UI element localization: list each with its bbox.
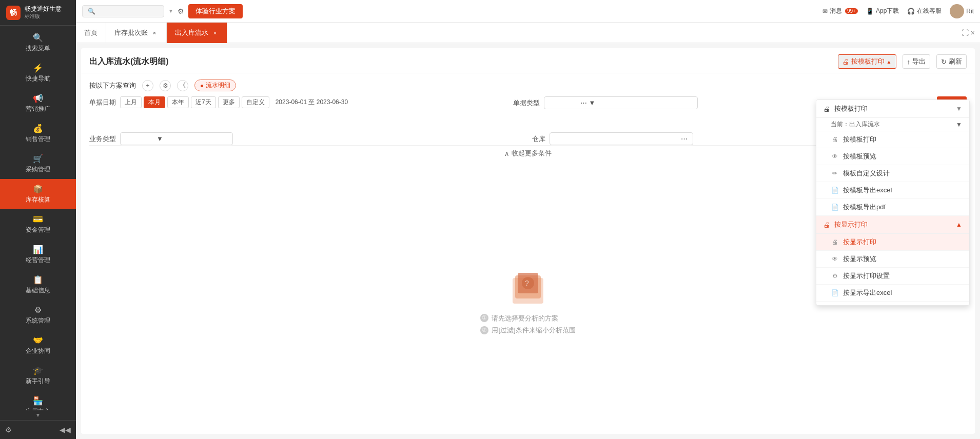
- dropdown-display-pdf-item[interactable]: 📄 按显示导出pdf: [816, 302, 969, 305]
- settings-footer-btn[interactable]: ⚙: [5, 426, 12, 434]
- dropdown-template-excel-item[interactable]: 📄 按模板导出excel: [816, 182, 969, 199]
- refresh-btn[interactable]: ↻ 刷新: [936, 54, 967, 69]
- basic-icon: 📋: [33, 275, 43, 285]
- topbar: 🔍 ▼ ⚙ 体验行业方案 ✉ 消息 99+ 📱 App下载 🎧 在线客服 Rit: [76, 0, 980, 23]
- app-name: 畅捷通好生意: [25, 5, 62, 13]
- sidebar-item-marketing[interactable]: 📢 营销推广: [0, 88, 76, 118]
- display-settings-label: 按显示打印设置: [843, 271, 890, 281]
- template-excel-label: 按模板导出excel: [843, 186, 892, 195]
- filter-collapse-btn[interactable]: 《: [177, 80, 188, 91]
- marketing-icon: 📢: [33, 93, 43, 103]
- dropdown-display-print-item[interactable]: 🖨 按显示打印: [816, 234, 969, 251]
- dropdown-template-pdf-item[interactable]: 📄 按模板导出pdf: [816, 199, 969, 216]
- excel-sub-icon: 📄: [831, 187, 839, 194]
- sidebar-item-guide[interactable]: 🎓 新手引导: [0, 361, 76, 391]
- empty-tip-row-2: ② 用[过滤]条件来缩小分析范围: [480, 324, 575, 336]
- topbar-gear-icon[interactable]: ⚙: [178, 7, 184, 15]
- warehouse-more-icon: ⋯: [681, 135, 688, 143]
- app-download-action[interactable]: 📱 App下载: [866, 7, 899, 15]
- sidebar-item-label: 新手引导: [26, 377, 50, 386]
- display-printer-icon: 🖨: [824, 221, 830, 229]
- online-service-action[interactable]: 🎧 在线客服: [907, 7, 942, 15]
- industry-btn[interactable]: 体验行业方案: [188, 4, 243, 18]
- tab-flow[interactable]: 出入库流水 ×: [167, 23, 227, 43]
- current-label: 当前：出入库流水: [831, 120, 880, 129]
- dropdown-template-print-header[interactable]: 🖨 按模板打印 ▼: [816, 100, 969, 118]
- date-this-month-btn[interactable]: 本月: [144, 96, 165, 108]
- sidebar-item-inventory[interactable]: 📦 库存核算: [0, 179, 76, 209]
- sidebar-item-apps[interactable]: 🏪 应用中心: [0, 391, 76, 410]
- sidebar-item-purchase[interactable]: 🛒 采购管理: [0, 149, 76, 179]
- sidebar-item-search[interactable]: 🔍 搜索菜单: [0, 28, 76, 58]
- sidebar-item-basic[interactable]: 📋 基础信息: [0, 270, 76, 300]
- tab-batch-close-icon[interactable]: ×: [151, 29, 158, 36]
- purchase-icon: 🛒: [33, 154, 43, 164]
- dropdown-display-excel-item[interactable]: 📄 按显示导出excel: [816, 285, 969, 302]
- sidebar-item-partner[interactable]: 🤝 企业协同: [0, 330, 76, 361]
- guide-icon: 🎓: [33, 366, 43, 375]
- user-avatar-action[interactable]: Rit: [950, 4, 974, 18]
- display-print-sub-label: 按显示打印: [843, 237, 876, 247]
- dropdown-template-preview-item[interactable]: 👁 按模板预览: [816, 148, 969, 165]
- sidebar-item-label: 采购管理: [26, 165, 50, 174]
- sidebar-item-quick-nav[interactable]: ⚡ 快捷导航: [0, 58, 76, 88]
- date-last-month-btn[interactable]: 上月: [120, 96, 142, 108]
- export-icon: ↑: [907, 58, 911, 66]
- chevron-up-icon: ∧: [504, 150, 509, 157]
- online-service-label: 在线客服: [917, 7, 942, 15]
- filter-tag-label: 流水明细: [206, 81, 230, 90]
- sidebar-item-label: 经营管理: [26, 256, 50, 265]
- page-header: 出入库流水(流水明细) 🖨 按模板打印 ▲ ↑ 导出 ↻ 刷新: [81, 48, 975, 73]
- message-action[interactable]: ✉ 消息 99+: [822, 7, 858, 15]
- filter-config-btn[interactable]: ⚙: [160, 80, 171, 91]
- empty-tip-row-1: ① 请先选择要分析的方案: [480, 312, 575, 324]
- dropdown-template-design-item[interactable]: ✏ 模板自定义设计: [816, 165, 969, 182]
- date-this-year-btn[interactable]: 本年: [167, 96, 189, 108]
- sidebar: 畅 畅捷通好生意 标准版 🔍 搜索菜单 ⚡ 快捷导航 📢 营销推广 💰 销售管理…: [0, 0, 76, 439]
- date-custom-btn[interactable]: 自定义: [242, 96, 269, 108]
- sidebar-scroll-down[interactable]: ▼: [0, 410, 76, 420]
- message-label: 消息: [830, 7, 842, 15]
- print-sub-icon: 🖨: [831, 136, 839, 143]
- biztype-filter-group: 业务类型 ▼: [89, 132, 524, 145]
- tab-flow-close-icon[interactable]: ×: [211, 29, 219, 36]
- sidebar-item-system[interactable]: ⚙ 系统管理: [0, 300, 76, 330]
- dropdown-display-settings-item[interactable]: ⚙ 按显示打印设置: [816, 268, 969, 285]
- dropdown-display-print-header[interactable]: 🖨 按显示打印 ▲: [816, 216, 969, 234]
- sidebar-item-label: 库存核算: [26, 195, 50, 204]
- export-btn[interactable]: ↑ 导出: [903, 54, 931, 69]
- filter-add-btn[interactable]: +: [142, 80, 153, 91]
- date-7days-btn[interactable]: 近7天: [191, 96, 216, 108]
- display-print-sub-icon: 🖨: [831, 238, 839, 246]
- preview-sub-icon: 👁: [831, 153, 839, 160]
- operations-icon: 📊: [33, 245, 43, 254]
- tab-close-all-icon[interactable]: ×: [971, 29, 975, 37]
- dropdown-template-print-item[interactable]: 🖨 按模板打印: [816, 131, 969, 148]
- tab-home[interactable]: 首页: [76, 23, 106, 43]
- main-area: 🔍 ▼ ⚙ 体验行业方案 ✉ 消息 99+ 📱 App下载 🎧 在线客服 Rit: [76, 0, 980, 439]
- display-excel-sub-icon: 📄: [831, 289, 839, 296]
- design-sub-icon: ✏: [831, 170, 839, 177]
- biztype-select[interactable]: ▼: [120, 132, 233, 145]
- search-input[interactable]: 🔍: [82, 5, 164, 17]
- dropdown-display-preview-item[interactable]: 👁 按显示预览: [816, 251, 969, 268]
- filter-tag[interactable]: ● 流水明细: [194, 79, 236, 91]
- message-icon: ✉: [822, 8, 828, 15]
- tab-batch[interactable]: 库存批次账 ×: [106, 23, 167, 43]
- sidebar-item-finance[interactable]: 💳 资金管理: [0, 209, 76, 240]
- template-preview-label: 按模板预览: [843, 152, 876, 161]
- sidebar-item-label: 销售管理: [26, 135, 50, 144]
- print-template-btn[interactable]: 🖨 按模板打印 ▲: [838, 54, 896, 69]
- sidebar-item-sales[interactable]: 💰 销售管理: [0, 118, 76, 149]
- empty-illustration: ?: [507, 265, 548, 306]
- warehouse-select[interactable]: ⋯: [550, 132, 693, 145]
- sidebar-footer: ⚙ ◀◀: [0, 420, 76, 439]
- tab-maximize-icon[interactable]: ⛶: [962, 29, 969, 37]
- date-more-btn[interactable]: 更多: [218, 96, 240, 108]
- page-content: 出入库流水(流水明细) 🖨 按模板打印 ▲ ↑ 导出 ↻ 刷新: [76, 43, 980, 439]
- search-icon: 🔍: [33, 33, 43, 43]
- sidebar-item-operations[interactable]: 📊 经营管理: [0, 240, 76, 270]
- user-name: Rit: [966, 8, 974, 15]
- doctype-select[interactable]: ⋯ ▼: [544, 96, 698, 109]
- collapse-sidebar-btn[interactable]: ◀◀: [60, 426, 71, 434]
